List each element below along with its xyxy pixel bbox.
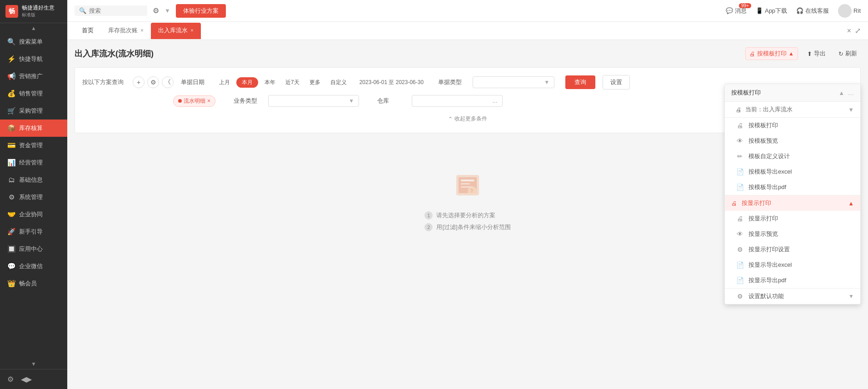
- query-btn[interactable]: 查询: [565, 75, 595, 89]
- filter-settings-btn[interactable]: ⚙: [147, 76, 159, 88]
- dropdown-item-template-preview[interactable]: 👁按模板预览: [725, 133, 860, 149]
- sidebar-item-search[interactable]: 🔍搜索菜单: [0, 33, 67, 50]
- tab-home[interactable]: 首页: [75, 23, 101, 39]
- date-shortcut-本月[interactable]: 本月: [236, 77, 258, 88]
- warehouse-select[interactable]: …: [412, 95, 503, 107]
- purchase-nav-icon: 🛒: [7, 107, 15, 115]
- dropdown-item-display-print-settings[interactable]: ⚙按显示打印设置: [725, 242, 860, 257]
- template-print-btn[interactable]: 🖨 按模板打印 ▲: [745, 47, 798, 60]
- dropdown-current-arrow-icon: ▼: [848, 106, 854, 113]
- topbar-chevron-icon[interactable]: ▼: [165, 7, 170, 14]
- date-shortcut-上月[interactable]: 上月: [215, 77, 234, 88]
- filter-add-btn[interactable]: +: [133, 76, 145, 88]
- trial-btn[interactable]: 体验行业方案: [176, 4, 226, 18]
- dropdown-current[interactable]: 🖨 当前：出入库流水 ▼: [725, 102, 860, 117]
- tab-close-inventory-batch[interactable]: ×: [140, 27, 144, 34]
- sidebar-item-collab[interactable]: 🤝企业协同: [0, 206, 67, 223]
- sidebar-item-member[interactable]: 👑畅会员: [0, 275, 67, 292]
- filter-action-btns: + ⚙ 《: [133, 76, 174, 88]
- quick-nav-nav-icon: ⚡: [7, 55, 15, 63]
- dropdown-more-icon[interactable]: …: [848, 90, 854, 96]
- sidebar-item-marketing[interactable]: 📢营销推广: [0, 68, 67, 85]
- date-shortcut-自定义[interactable]: 自定义: [327, 77, 350, 88]
- finance-nav-icon: 💳: [7, 141, 15, 150]
- dropdown-item-template-custom[interactable]: ✏模板自定义设计: [725, 149, 860, 164]
- message-item[interactable]: 💬 消息 99+: [726, 7, 747, 15]
- dropdown-item-template-print[interactable]: 🖨按模板打印: [725, 118, 860, 133]
- tag-dot: [178, 99, 182, 103]
- dropdown-display-section-header[interactable]: 🖨 按显示打印 ▲: [725, 195, 860, 211]
- sidebar-item-system[interactable]: ⚙系统管理: [0, 189, 67, 206]
- sidebar-label-operations: 经营管理: [19, 159, 43, 167]
- sidebar-scroll-down[interactable]: ▼: [0, 359, 67, 369]
- warehouse-more-icon[interactable]: …: [492, 98, 498, 104]
- guide-nav-icon: 🚀: [7, 228, 15, 236]
- dropdown-item-template-export-excel[interactable]: 📄按模板导出excel: [725, 164, 860, 180]
- flow-detail-tag[interactable]: 流水明细 ×: [173, 95, 215, 107]
- sidebar-label-finance: 资金管理: [19, 141, 43, 150]
- tab-inventory-flow[interactable]: 出入库流水×: [151, 23, 201, 39]
- page-title: 出入库流水(流水明细): [75, 48, 154, 59]
- sidebar-item-operations[interactable]: 📊经营管理: [0, 154, 67, 171]
- business-type-select[interactable]: ▼: [268, 95, 359, 107]
- filter-label-text: 按以下方案查询: [82, 78, 124, 86]
- export-btn[interactable]: ⬆ 导出: [803, 48, 829, 60]
- dropdown-current-label: 当前：出入库流水: [745, 105, 793, 114]
- filter-collapse-btn[interactable]: 《: [162, 76, 174, 88]
- dropdown-item-display-print[interactable]: 🖨按显示打印: [725, 211, 860, 226]
- date-shortcut-本年[interactable]: 本年: [261, 77, 279, 88]
- operations-nav-icon: 📊: [7, 159, 15, 167]
- app-download-item[interactable]: 📱 App下载: [756, 7, 787, 15]
- tab-label-inventory-flow: 出入库流水: [158, 26, 188, 35]
- dropdown-current-icon: 🖨: [736, 106, 742, 113]
- dropdown-item-display-preview[interactable]: 👁按显示预览: [725, 226, 860, 242]
- refresh-btn[interactable]: ↻ 刷新: [835, 48, 861, 60]
- dropdown-item-template-export-pdf[interactable]: 📄按模板导出pdf: [725, 180, 860, 195]
- dropdown-item-display-export-pdf[interactable]: 📄按显示导出pdf: [725, 273, 860, 288]
- dropdown-header-controls: ▲ …: [838, 90, 854, 96]
- app-download-icon: 📱: [756, 7, 763, 14]
- template-preview-icon: 👁: [736, 137, 744, 145]
- topbar: 🔍 ⚙ ▼ 体验行业方案 💬 消息 99+ 📱 App下载 🎧 在线客服 Rit: [67, 0, 868, 22]
- tag-close-icon[interactable]: ×: [207, 98, 210, 104]
- toggle-sidebar-icon[interactable]: ◀▶: [21, 375, 32, 384]
- template-print-label: 按模板打印: [748, 121, 778, 130]
- tab-close-inventory-flow[interactable]: ×: [190, 27, 194, 34]
- search-input[interactable]: [89, 7, 135, 14]
- sidebar-label-quick-nav: 快捷导航: [19, 55, 43, 63]
- sidebar-item-quick-nav[interactable]: ⚡快捷导航: [0, 50, 67, 68]
- sidebar-item-sales[interactable]: 💰销售管理: [0, 85, 67, 102]
- settings-btn[interactable]: 设置: [603, 75, 630, 90]
- sidebar-label-system: 系统管理: [19, 193, 43, 201]
- topbar-settings-icon[interactable]: ⚙: [153, 6, 159, 15]
- sidebar-item-basic[interactable]: 🗂基础信息: [0, 171, 67, 189]
- voucher-type-select[interactable]: ▼: [473, 76, 554, 88]
- window-maximize-btn[interactable]: ⤢: [855, 26, 861, 35]
- date-shortcut-近7天[interactable]: 近7天: [282, 77, 303, 88]
- user-avatar-item[interactable]: Rit: [838, 4, 861, 18]
- dropdown-item-display-export-excel[interactable]: 📄按显示导出excel: [725, 257, 860, 273]
- settings-footer-icon[interactable]: ⚙: [7, 375, 14, 384]
- support-item[interactable]: 🎧 在线客服: [796, 7, 829, 15]
- date-shortcut-更多[interactable]: 更多: [306, 77, 324, 88]
- svg-rect-2: [461, 180, 474, 181]
- sidebar-item-guide[interactable]: 🚀新手引导: [0, 223, 67, 240]
- display-print-label: 按显示打印: [748, 214, 778, 223]
- window-close-btn[interactable]: ×: [847, 27, 851, 35]
- member-nav-icon: 👑: [7, 279, 15, 288]
- sidebar-item-finance[interactable]: 💳资金管理: [0, 137, 67, 154]
- tab-inventory-batch[interactable]: 库存批次账×: [101, 23, 151, 39]
- sidebar: 畅 畅捷通好生意 标准版 ▲ 🔍搜索菜单⚡快捷导航📢营销推广💰销售管理🛒采购管理…: [0, 0, 67, 389]
- empty-state-icon: ?: [449, 166, 486, 202]
- sidebar-item-purchase[interactable]: 🛒采购管理: [0, 102, 67, 120]
- sidebar-item-wechat[interactable]: 💬企业微信: [0, 258, 67, 275]
- display-section-icon: 🖨: [731, 200, 737, 207]
- dropdown-set-default-item[interactable]: ⚙ 设置默认功能 ▼: [725, 289, 860, 304]
- sidebar-scroll-up[interactable]: ▲: [0, 23, 67, 33]
- sidebar-item-apps[interactable]: 🔲应用中心: [0, 240, 67, 258]
- tab-window-controls: × ⤢: [847, 26, 861, 35]
- topbar-search-box[interactable]: 🔍: [75, 5, 147, 16]
- voucher-type-arrow-icon: ▼: [544, 79, 549, 85]
- dropdown-chevron-icon[interactable]: ▲: [838, 90, 844, 96]
- sidebar-item-inventory[interactable]: 📦库存核算: [0, 120, 67, 137]
